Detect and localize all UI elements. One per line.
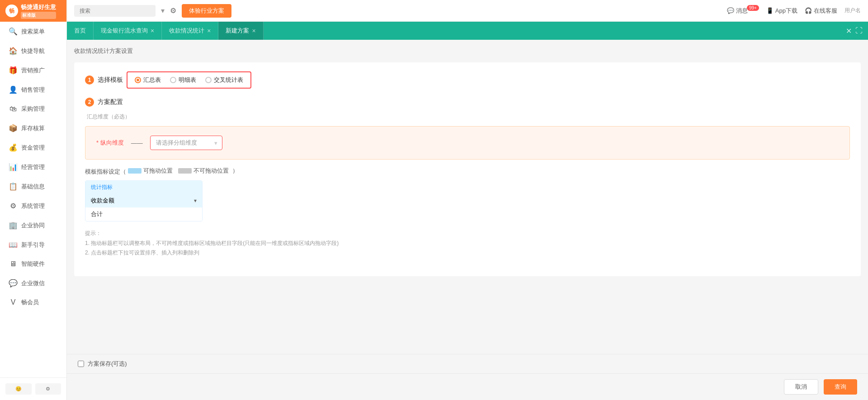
sidebar-item-label: 基础信息 [21, 183, 45, 191]
radio-cross-label: 交叉统计表 [214, 76, 243, 84]
sidebar-item-newbie[interactable]: 📖 新手引导 [0, 235, 66, 254]
chat-icon: 💬 [9, 279, 18, 287]
radio-cross[interactable]: 交叉统计表 [205, 76, 243, 84]
dropdown-icon[interactable]: ▾ [161, 6, 165, 15]
tab-new-plan-close[interactable]: × [252, 27, 255, 34]
messages-btn[interactable]: 💬 消息 99+ [727, 7, 759, 15]
logo-name: 畅捷通好生意 [21, 3, 56, 11]
search-input[interactable] [74, 5, 156, 17]
save-label: 方案保存(可选) [88, 360, 127, 368]
gift-icon: 🎁 [9, 66, 18, 75]
trial-btn[interactable]: 体验行业方案 [182, 4, 231, 18]
download-btn[interactable]: 📱 App下载 [766, 7, 797, 15]
messages-label: 消息 [736, 7, 748, 15]
radio-cross-dot [205, 77, 212, 83]
tabbar: 首页 现金银行流水查询 × 收款情况统计 × 新建方案 × ✕ ⛶ [67, 22, 868, 40]
settings-icon[interactable]: ⚙ [170, 6, 176, 15]
radio-summary[interactable]: 汇总表 [135, 76, 161, 84]
topbar: ▾ ⚙ 体验行业方案 💬 消息 99+ 📱 App下载 🎧 在线客服 用户名 [67, 0, 868, 22]
sidebar-item-baseinfo[interactable]: 📋 基础信息 [0, 177, 66, 196]
metrics-table-header: 统计指标 [85, 181, 202, 194]
sidebar-item-purchase[interactable]: 🛍 采购管理 [0, 99, 66, 118]
user-display: 用户名 [844, 7, 861, 14]
sidebar-item-label: 经营管理 [21, 163, 45, 171]
tip2: 2. 点击标题栏下拉可设置排序、插入列和删除列 [85, 248, 850, 258]
tab-home[interactable]: 首页 [67, 22, 94, 40]
step2-number: 2 [85, 98, 94, 107]
tab-new-plan[interactable]: 新建方案 × [218, 22, 263, 40]
building-icon: 🏢 [9, 221, 18, 230]
sidebar-item-marketing[interactable]: 🎁 营销推广 [0, 61, 66, 80]
radio-detail[interactable]: 明细表 [170, 76, 196, 84]
tips-section: 提示： 1. 拖动标题栏可以调整布局，不可跨维度或指标区域拖动栏目字段(只能在同… [85, 229, 850, 258]
step2-section: 2 方案配置 汇总维度（必选） * 纵向维度 —— [85, 98, 850, 258]
box-icon: 📦 [9, 124, 18, 132]
tab-expand[interactable]: ⛶ [855, 27, 863, 35]
sidebar-item-hardware[interactable]: 🖥 智能硬件 [0, 254, 66, 273]
sidebar-bottom: 😊 ⚙ [0, 377, 66, 400]
cancel-button[interactable]: 取消 [784, 379, 818, 395]
tab-bank[interactable]: 现金银行流水查询 × [94, 22, 162, 40]
footer: 取消 查询 [67, 373, 868, 400]
sidebar-item-enterprise[interactable]: 🏢 企业协同 [0, 216, 66, 235]
sidebar-item-finance[interactable]: 💰 资金管理 [0, 138, 66, 157]
sidebar-item-sales[interactable]: 👤 销售管理 [0, 80, 66, 99]
dimension-config: 汇总维度（必选） * 纵向维度 —— 请选择分组维度 ▾ [85, 113, 850, 160]
query-button[interactable]: 查询 [824, 379, 857, 395]
sidebar-item-inventory[interactable]: 📦 库存核算 [0, 118, 66, 138]
dimension-area: * 纵向维度 —— 请选择分组维度 ▾ [85, 126, 850, 160]
dimension-placeholder: 请选择分组维度 [156, 139, 197, 146]
sidebar-item-label: 企业协同 [21, 221, 45, 230]
sidebar-item-label: 搜索菜单 [21, 28, 45, 36]
metrics-row-dropdown[interactable]: ▾ [194, 198, 197, 204]
metrics-row: 收款金额 ▾ [85, 194, 202, 207]
tab-bank-close[interactable]: × [151, 27, 154, 34]
sidebar-item-quicknav[interactable]: 🏠 快捷导航 [0, 41, 66, 61]
breadcrumb: 收款情况统计方案设置 [74, 47, 861, 55]
tab-home-label: 首页 [74, 27, 86, 35]
chart-icon: 📊 [9, 163, 18, 171]
template-selection-box: 汇总表 明细表 交叉统计表 [127, 71, 251, 89]
tab-new-plan-label: 新建方案 [226, 27, 249, 35]
step1-section: 1 选择模板 汇总表 明细表 [85, 71, 850, 89]
sidebar-item-label: 企业微信 [21, 279, 45, 287]
logo-badge: 标准版 [21, 12, 56, 19]
sidebar-item-label: 销售管理 [21, 86, 45, 94]
sidebar-nav: 🔍 搜索菜单 🏠 快捷导航 🎁 营销推广 👤 销售管理 🛍 采购管理 📦 库存核… [0, 22, 66, 377]
sidebar-item-operations[interactable]: 📊 经营管理 [0, 157, 66, 177]
dimension-select-dropdown[interactable]: 请选择分组维度 ▾ [150, 136, 222, 150]
tabbar-controls: ✕ ⛶ [840, 22, 868, 40]
sidebar-item-system[interactable]: ⚙ 系统管理 [0, 196, 66, 216]
metrics-config: 模板指标设定（ 可拖动位置 不可拖动位置 ） [85, 167, 850, 258]
step2-label: 方案配置 [98, 98, 123, 106]
book-icon: 📖 [9, 240, 18, 249]
select-chevron-icon: ▾ [214, 140, 217, 146]
step1-header: 1 选择模板 汇总表 明细表 [85, 71, 850, 89]
save-checkbox[interactable] [78, 361, 84, 367]
sidebar-item-wechat[interactable]: 💬 企业微信 [0, 273, 66, 293]
radio-detail-label: 明细表 [179, 76, 196, 84]
tab-close-all[interactable]: ✕ [846, 27, 852, 35]
tab-receipt-close[interactable]: × [207, 27, 211, 34]
sidebar-bottom-btn2[interactable]: ⚙ [35, 383, 61, 395]
gear-icon: ⚙ [9, 202, 18, 210]
dimension-row: * 纵向维度 —— 请选择分组维度 ▾ [96, 136, 839, 150]
tab-receipt-stats[interactable]: 收款情况统计 × [162, 22, 218, 40]
radio-detail-dot [170, 77, 176, 83]
support-btn[interactable]: 🎧 在线客服 [805, 7, 837, 15]
vip-icon: V [9, 298, 18, 306]
sidebar-item-label: 资金管理 [21, 144, 45, 152]
search-icon: 🔍 [9, 27, 18, 36]
tips-title: 提示： [85, 230, 101, 236]
sidebar-bottom-btn1[interactable]: 😊 [5, 383, 32, 395]
tab-receipt-label: 收款情况统计 [169, 27, 204, 35]
sidebar-logo: 畅 畅捷通好生意 标准版 [0, 0, 66, 22]
user-icon: 👤 [9, 85, 18, 94]
sidebar-item-member[interactable]: V 畅会员 [0, 293, 66, 312]
sidebar-item-search[interactable]: 🔍 搜索菜单 [0, 22, 66, 41]
save-section: 方案保存(可选) [67, 354, 868, 373]
sidebar-item-label: 营销推广 [21, 66, 45, 75]
message-icon: 💬 [727, 7, 734, 14]
sidebar: 畅 畅捷通好生意 标准版 🔍 搜索菜单 🏠 快捷导航 🎁 营销推广 👤 销售管理… [0, 0, 67, 400]
metrics-header: 模板指标设定（ 可拖动位置 不可拖动位置 ） [85, 167, 850, 176]
